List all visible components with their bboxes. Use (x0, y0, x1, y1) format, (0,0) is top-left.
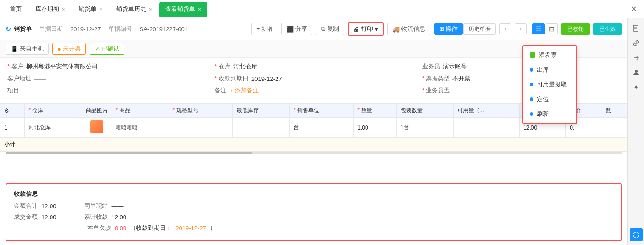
subtotal-label: 小计 (0, 138, 627, 152)
dropdown-locate[interactable]: 定位 (523, 92, 576, 107)
list-view-button[interactable]: ☰ (532, 23, 545, 34)
plus-icon: + (229, 87, 233, 94)
row-img (82, 118, 112, 138)
share-button[interactable]: ⬛ 分享 (281, 23, 312, 35)
sidebar-star-icon[interactable]: ✦ (630, 81, 643, 94)
tab-sales[interactable]: 销货单 × (73, 2, 108, 17)
grid-view-button[interactable]: ⊟ (546, 23, 558, 34)
confirmed-button[interactable]: ✓ 已确认 (90, 43, 124, 55)
doc-title: ↻ 销货单 (6, 25, 32, 33)
doc-icon: ↻ (6, 25, 11, 33)
row-unit: 台 (289, 118, 353, 138)
logistics-button[interactable]: 🚚 物流信息 (387, 23, 430, 35)
next-button[interactable]: › (515, 23, 527, 34)
truck-icon: 🚚 (392, 26, 400, 33)
amount-field: 金额合计 12.00 (14, 202, 56, 210)
operations-tab[interactable]: ⊞ 操作 (434, 23, 463, 35)
prev-button[interactable]: ‹ (499, 23, 511, 34)
check-icon: ✓ (95, 46, 100, 52)
due-date-value: 2019-12-27 (251, 75, 282, 82)
col-min-stock: 最低库存 (232, 104, 289, 118)
settle-field: 同单现结 —— (84, 202, 124, 210)
dropdown-add-invoice[interactable]: 添发票 (523, 48, 576, 63)
share-icon: ⬛ (286, 26, 294, 33)
sidebar-user-icon[interactable] (630, 66, 643, 79)
add-invoice-icon (530, 52, 535, 58)
grid-icon: ⊞ (439, 25, 444, 32)
address-value: —— (34, 75, 46, 82)
col-qty: 数量 (354, 104, 397, 118)
date-value: 2019-12-27 (70, 26, 101, 33)
subtotal-row: 小计 (0, 138, 627, 152)
project-value: —— (22, 87, 34, 94)
verified-status-button[interactable]: 已核销 (561, 23, 590, 35)
copy-button[interactable]: ⧉ 复制 (316, 23, 344, 35)
tab-close-history[interactable]: × (149, 6, 152, 12)
customer-field: 客户 柳州粤港平安气体有限公司 (7, 63, 205, 71)
cumulative-value: 12.00 (112, 214, 127, 221)
owe-field: 本单欠款 0.00 （收款到期日： 2019-12-27 ） (87, 224, 216, 232)
add-note-button[interactable]: + 添加备注 (229, 86, 259, 95)
effective-status-button[interactable]: 已生效 (593, 23, 622, 35)
dropdown-available-qty[interactable]: 可用量提取 (523, 77, 576, 92)
doc-title-text: 销货单 (14, 25, 32, 33)
warehouse-field: 仓库 河北仓库 (215, 63, 412, 71)
product-image (90, 120, 103, 133)
payment-row-2: 成交金额 12.00 累计收款 12.00 (14, 213, 614, 221)
horizontal-scrollbar[interactable] (6, 152, 622, 154)
row-amount (602, 118, 627, 138)
tab-history[interactable]: 销货单历史 × (110, 2, 158, 17)
dropdown-outbound[interactable]: 出库 (523, 63, 576, 77)
staff2-label: 业务员孟 (422, 86, 450, 95)
col-amount: 数 (602, 104, 627, 118)
window-close-button[interactable]: ✕ (627, 3, 640, 15)
cumulative-field: 累计收款 12.00 (84, 213, 127, 221)
project-label: 项目 (7, 86, 19, 95)
sidebar-return-icon[interactable] (630, 51, 643, 64)
tab-close-inventory[interactable]: × (62, 6, 65, 12)
dropdown-refresh[interactable]: 刷新 (523, 107, 576, 121)
payment-title: 收款信息 (14, 190, 614, 198)
ticket-value: 不开票 (452, 74, 470, 83)
row-available (453, 118, 519, 138)
owe-date: 2019-12-27 (175, 225, 206, 232)
refresh-icon (530, 112, 533, 116)
tab-view-sales[interactable]: 查看销货单 × (159, 2, 207, 17)
note-field: 备注 + 添加备注 (215, 86, 412, 95)
row-warehouse: 河北仓库 (25, 118, 82, 138)
sidebar-expand-icon[interactable] (630, 228, 643, 241)
staff-value: 演示账号 (443, 63, 467, 71)
owe-value: 0.00 (115, 225, 126, 232)
number-label: 单据编号 (108, 25, 132, 33)
from-phone-button[interactable]: 📱 来自手机 (6, 43, 49, 55)
settle-label: 同单现结 (84, 202, 108, 210)
col-img: 商品图片 (82, 104, 112, 118)
tab-close-view[interactable]: × (198, 6, 201, 12)
deal-label: 成交金额 (14, 213, 38, 221)
scrollbar-thumb[interactable] (6, 152, 252, 154)
history-tab[interactable]: 历史单据 (463, 23, 496, 35)
tab-inventory[interactable]: 库存期初 × (29, 2, 71, 17)
warehouse-value: 河北仓库 (233, 63, 257, 71)
col-product: 商品 (112, 104, 169, 118)
tab-home[interactable]: 首页 (4, 2, 28, 17)
row-pack-qty: 1台 (396, 118, 453, 138)
print-button[interactable]: 🖨 打印 ▾ (348, 22, 384, 36)
doc-header: ↻ 销货单 单据日期 2019-12-27 单据编号 SA-20191227-0… (0, 18, 627, 40)
owe-label: 本单欠款 (87, 224, 111, 232)
new-button[interactable]: + 新增 (251, 23, 277, 35)
sidebar-doc-icon[interactable] (630, 22, 643, 35)
col-unit: 销售单位 (289, 104, 353, 118)
staff2-field: 业务员孟 —— (422, 86, 620, 95)
ticket-field: 票据类型 不开票 (422, 74, 620, 83)
amount-label: 金额合计 (14, 202, 38, 210)
not-open-ticket-button[interactable]: ● 未开票 (52, 43, 86, 55)
col-warehouse: 仓库 (25, 104, 82, 118)
project-field: 项目 —— (7, 86, 205, 95)
row-product: 嘻嘻嘻嘻 (112, 118, 169, 138)
operations-dropdown: 添发票 出库 可用量提取 定位 刷新 (522, 45, 577, 124)
tab-close-sales[interactable]: × (99, 6, 102, 12)
sidebar-link-icon[interactable] (630, 37, 643, 50)
address-field: 客户地址 —— (7, 74, 205, 83)
locate-icon (530, 97, 533, 101)
